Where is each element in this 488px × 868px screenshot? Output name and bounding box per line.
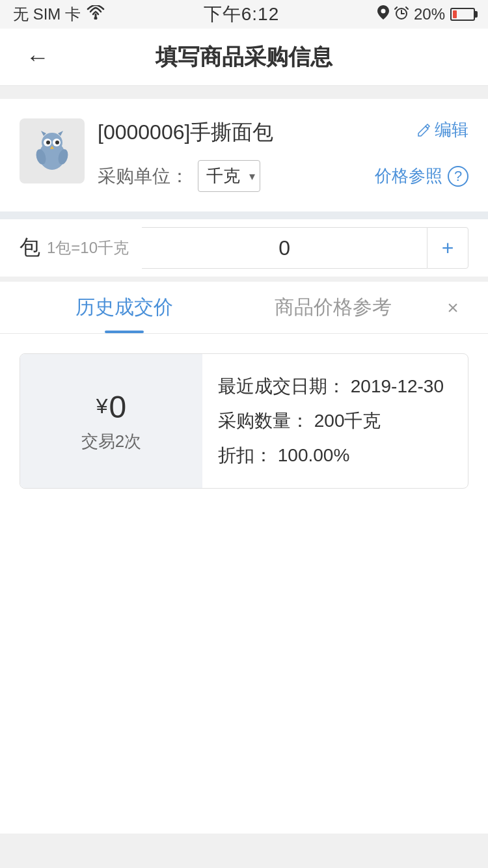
history-card-right: 最近成交日期： 2019-12-30 采购数量： 200千克 折扣： 100.0… — [202, 354, 468, 488]
battery-icon — [450, 8, 475, 21]
recent-date-row: 最近成交日期： 2019-12-30 — [218, 373, 452, 399]
wifi-icon — [86, 5, 105, 23]
purchase-unit-left: 采购单位： 千克 — [98, 160, 260, 192]
purchase-qty-row: 采购数量： 200千克 — [218, 408, 452, 433]
quantity-row: 包 1包=10千克 0 + — [0, 219, 488, 277]
tab-history-price[interactable]: 历史成交价 — [20, 282, 228, 333]
alarm-icon — [394, 5, 409, 23]
history-card: ¥ 0 交易2次 最近成交日期： 2019-12-30 采购数量： 200千克 … — [20, 353, 468, 489]
product-header: [0000006]手撕面包 编辑 — [98, 118, 468, 147]
page-background — [0, 508, 488, 834]
recent-date-value: 2019-12-30 — [351, 376, 444, 396]
price-ref-button[interactable]: 价格参照 ? — [375, 165, 468, 187]
product-name: [0000006]手撕面包 — [98, 118, 273, 147]
unit-select-wrapper[interactable]: 千克 — [198, 160, 260, 192]
tabs-row: 历史成交价 商品价格参考 × — [0, 282, 488, 334]
no-sim-text: 无 SIM 卡 — [13, 4, 81, 25]
edit-label: 编辑 — [435, 118, 468, 141]
purchase-unit-label: 采购单位： — [98, 164, 189, 189]
currency-symbol: ¥ — [96, 394, 108, 418]
svg-line-6 — [406, 7, 408, 9]
svg-point-13 — [46, 141, 50, 144]
quantity-unit: 包 — [20, 234, 40, 262]
edit-icon — [416, 123, 431, 137]
price-ref-icon: ? — [448, 166, 468, 187]
page-title: 填写商品采购信息 — [156, 42, 332, 72]
tab-underline — [105, 331, 144, 333]
price-value: 0 — [109, 389, 127, 425]
tab-close-button[interactable]: × — [437, 292, 468, 323]
status-bar: 无 SIM 卡 下午6:12 — [0, 0, 488, 29]
discount-row: 折扣： 100.00% — [218, 442, 452, 468]
discount-label: 折扣： — [218, 445, 273, 465]
svg-point-14 — [55, 141, 59, 144]
product-card: [0000006]手撕面包 编辑 采购单位： 千克 价格参照 ? — [0, 99, 488, 211]
purchase-unit-row: 采购单位： 千克 价格参照 ? — [98, 160, 468, 192]
back-button[interactable]: ← — [20, 37, 56, 77]
svg-point-1 — [381, 9, 385, 14]
purchase-qty-value: 200千克 — [314, 411, 381, 431]
section-divider — [0, 211, 488, 219]
recent-date-label: 最近成交日期： — [218, 376, 346, 396]
product-image — [20, 118, 85, 183]
history-trades: 交易2次 — [81, 430, 141, 453]
edit-button[interactable]: 编辑 — [416, 118, 468, 141]
quantity-label: 包 1包=10千克 — [20, 234, 129, 262]
history-card-left: ¥ 0 交易2次 — [20, 354, 202, 488]
battery-percent-text: 20% — [414, 5, 445, 23]
unit-select[interactable]: 千克 — [198, 160, 260, 192]
nav-bar: ← 填写商品采购信息 — [0, 29, 488, 86]
status-right: 20% — [377, 5, 475, 23]
quantity-controls: 0 + — [142, 227, 468, 269]
product-details: [0000006]手撕面包 编辑 采购单位： 千克 价格参照 ? — [98, 118, 468, 192]
bottom-panel: 历史成交价 商品价格参考 × ¥ 0 交易2次 最近成交日期： 2019-12-… — [0, 282, 488, 508]
history-price: ¥ 0 — [96, 389, 127, 425]
history-content: ¥ 0 交易2次 最近成交日期： 2019-12-30 采购数量： 200千克 … — [0, 334, 488, 508]
location-icon — [377, 5, 389, 23]
discount-value: 100.00% — [278, 445, 350, 465]
tab-history-label: 历史成交价 — [75, 294, 173, 321]
status-left: 无 SIM 卡 — [13, 4, 105, 25]
price-ref-label: 价格参照 — [375, 165, 442, 187]
quantity-plus-button[interactable]: + — [427, 227, 468, 269]
status-time: 下午6:12 — [204, 2, 280, 27]
svg-point-0 — [94, 17, 98, 20]
quantity-input[interactable]: 0 — [142, 227, 427, 269]
quantity-conversion: 1包=10千克 — [47, 237, 129, 258]
tab-price-ref-label: 商品价格参考 — [275, 294, 392, 321]
svg-line-5 — [395, 7, 397, 9]
tab-price-ref[interactable]: 商品价格参考 — [228, 282, 437, 333]
purchase-qty-label: 采购数量： — [218, 411, 309, 431]
